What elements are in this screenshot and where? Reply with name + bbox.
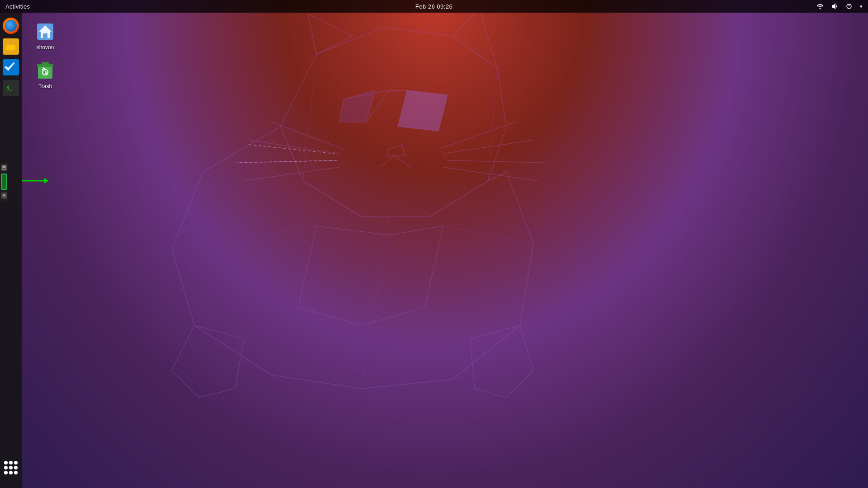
svg-line-15 xyxy=(439,122,515,149)
svg-line-11 xyxy=(271,122,344,149)
sidebar-panel-item-1[interactable] xyxy=(1,164,7,171)
dock: $_ xyxy=(0,13,22,488)
topbar-datetime: Feb 26 09:26 xyxy=(415,3,453,10)
vscode-icon xyxy=(3,59,19,75)
files-icon xyxy=(3,38,19,55)
trash-icon-svg xyxy=(34,60,56,81)
svg-line-6 xyxy=(380,156,394,167)
vscode-svg xyxy=(5,61,17,74)
sidebar-panel xyxy=(0,162,8,202)
power-icon xyxy=(845,3,853,10)
home-icon-svg xyxy=(34,21,56,42)
svg-marker-4 xyxy=(398,90,448,131)
svg-marker-18 xyxy=(172,325,244,398)
desktop: Activities Feb 26 09:26 xyxy=(0,0,868,488)
svg-line-33 xyxy=(362,217,389,389)
svg-line-30 xyxy=(240,160,339,163)
svg-marker-1 xyxy=(307,14,353,54)
topbar-left: Activities xyxy=(0,0,35,13)
svg-rect-52 xyxy=(43,33,47,38)
svg-text:$_: $_ xyxy=(7,85,13,91)
desktop-icon-shovon[interactable]: shovon xyxy=(27,18,63,53)
home-icon-container xyxy=(34,21,56,42)
svg-line-37 xyxy=(443,226,533,244)
trash-icon-container xyxy=(34,60,56,81)
svg-marker-2 xyxy=(452,9,497,68)
svg-marker-5 xyxy=(387,145,405,156)
svg-rect-55 xyxy=(42,62,49,65)
topbar-right: ▾ xyxy=(815,3,868,10)
terminal-svg: $_ xyxy=(5,82,17,94)
svg-marker-28 xyxy=(339,90,375,122)
terminal-icon: $_ xyxy=(3,80,19,96)
svg-line-36 xyxy=(172,226,316,249)
svg-marker-16 xyxy=(172,127,533,389)
dock-item-terminal[interactable]: $_ xyxy=(1,79,20,98)
dock-item-firefox[interactable] xyxy=(1,16,20,35)
panel-icon-1 xyxy=(2,165,6,170)
svg-line-7 xyxy=(394,156,411,167)
dock-item-vscode[interactable] xyxy=(1,58,20,77)
topbar: Activities Feb 26 09:26 xyxy=(0,0,868,13)
svg-marker-3 xyxy=(339,90,375,122)
activities-button[interactable]: Activities xyxy=(0,0,35,13)
svg-line-13 xyxy=(448,160,542,163)
svg-marker-19 xyxy=(470,325,533,398)
wallpaper-cat xyxy=(0,0,868,488)
firefox-icon xyxy=(3,18,19,34)
svg-line-32 xyxy=(488,68,497,181)
svg-line-31 xyxy=(303,54,316,181)
volume-icon xyxy=(831,3,838,10)
svg-line-9 xyxy=(235,160,335,163)
desktop-icons: shovon Trash xyxy=(27,18,63,92)
svg-line-14 xyxy=(443,167,538,181)
svg-marker-27 xyxy=(398,90,448,131)
folder-svg xyxy=(5,40,17,53)
app-grid-button[interactable] xyxy=(1,458,20,477)
svg-line-23 xyxy=(344,90,389,99)
trash-label: Trash xyxy=(38,83,52,89)
svg-marker-0 xyxy=(280,27,506,217)
svg-line-35 xyxy=(452,325,520,380)
panel-icon-3 xyxy=(2,193,6,198)
dock-item-files[interactable] xyxy=(1,37,20,56)
svg-point-38 xyxy=(820,8,821,9)
svg-marker-49 xyxy=(44,178,49,183)
svg-line-12 xyxy=(443,140,533,154)
sidebar-panel-item-3[interactable] xyxy=(1,192,7,199)
green-arrow-indicator xyxy=(22,176,49,185)
svg-rect-53 xyxy=(38,66,52,79)
svg-line-34 xyxy=(194,325,271,375)
network-tray-icon[interactable] xyxy=(815,3,826,10)
svg-marker-17 xyxy=(298,226,443,325)
tray-chevron-icon[interactable]: ▾ xyxy=(858,4,864,9)
svg-line-25 xyxy=(366,90,389,122)
power-tray-icon[interactable] xyxy=(844,3,854,10)
volume-tray-icon[interactable] xyxy=(829,3,840,10)
arrow-svg xyxy=(22,176,49,185)
desktop-icon-trash[interactable]: Trash xyxy=(27,57,63,92)
grid-dots-icon xyxy=(4,461,18,474)
network-icon xyxy=(816,3,824,10)
svg-line-10 xyxy=(244,167,339,181)
sidebar-panel-item-2[interactable] xyxy=(1,174,7,190)
shovon-label: shovon xyxy=(37,44,54,51)
svg-line-8 xyxy=(249,140,339,154)
svg-line-29 xyxy=(249,145,335,154)
svg-rect-44 xyxy=(3,166,5,168)
